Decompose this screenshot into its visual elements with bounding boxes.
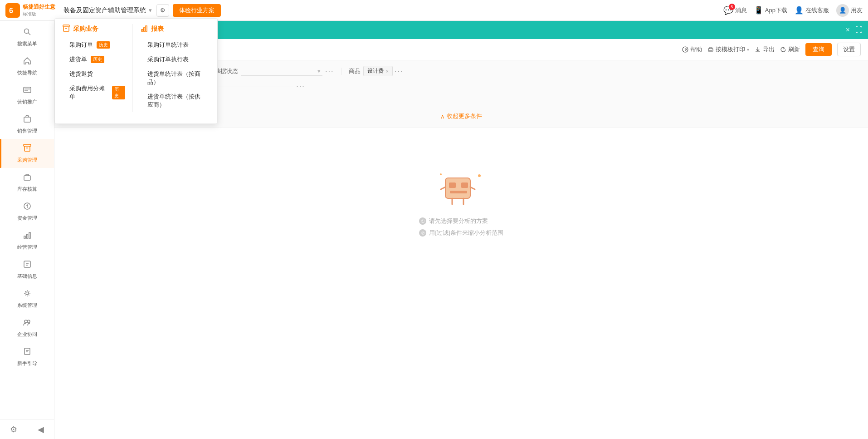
report-goods-by-supplier[interactable]: 进货单统计表（按供应商） xyxy=(140,89,210,112)
report-purchase-order-stat[interactable]: 采购订单统计表 xyxy=(140,38,210,52)
svg-point-27 xyxy=(440,173,442,175)
guide-icon xyxy=(23,347,32,358)
goods-tag-close-button[interactable]: × xyxy=(385,69,388,74)
sidebar-item-system[interactable]: 系统管理 xyxy=(0,284,54,313)
sidebar-item-finance[interactable]: 资金管理 xyxy=(0,197,54,226)
online-service-label: 在线客服 xyxy=(805,6,829,15)
filter-bill-status: 单据状态 ▾ ··· xyxy=(215,67,334,76)
svg-rect-29 xyxy=(141,30,143,31)
report-goods-by-supplier-label: 进货单统计表（按供应商） xyxy=(147,93,200,108)
sidebar-item-search[interactable]: 搜索菜单 xyxy=(0,23,54,52)
query-button[interactable]: 查询 xyxy=(805,43,832,56)
tab-close-all-button[interactable]: × xyxy=(844,26,852,34)
print-template-button[interactable]: 按模板打印 ▾ xyxy=(707,45,749,54)
goods-return-item[interactable]: 进货退货 xyxy=(62,67,132,81)
sidebar-label-inventory: 库存核算 xyxy=(17,186,37,192)
svg-rect-17 xyxy=(708,49,713,51)
sidebar-item-enterprise[interactable]: 企业协同 xyxy=(0,313,54,342)
collapse-label: 收起更多条件 xyxy=(447,112,482,120)
user-avatar: 👤 xyxy=(836,4,849,17)
sidebar-label-enterprise: 企业协同 xyxy=(17,331,37,338)
industry-solution-button[interactable]: 体验行业方案 xyxy=(173,4,221,17)
salesperson-more-button[interactable]: ··· xyxy=(296,82,305,90)
sidebar-item-basic[interactable]: 基础信息 xyxy=(0,255,54,284)
export-label: 导出 xyxy=(763,45,775,54)
header-settings-button[interactable]: ⚙ xyxy=(156,4,169,17)
inventory-icon xyxy=(23,173,32,184)
sidebar-bottom: ⚙ ◀ xyxy=(0,419,54,439)
sidebar-label-system: 系统管理 xyxy=(17,302,37,309)
tab-fullscreen-button[interactable]: ⛶ xyxy=(853,26,864,34)
sidebar-item-guide[interactable]: 新手引导 xyxy=(0,342,54,371)
bill-status-dropdown-icon: ▾ xyxy=(317,68,321,74)
sidebar-item-quick-nav[interactable]: 快捷导航 xyxy=(0,52,54,81)
sidebar-collapse-button[interactable]: ◀ xyxy=(38,424,44,434)
report-purchase-order-exec[interactable]: 采购订单执行表 xyxy=(140,52,210,67)
goods-label: 商品 xyxy=(349,67,361,75)
filter-goods: 商品 设计费 × ··· xyxy=(349,66,403,76)
sidebar-item-sales[interactable]: 销售管理 xyxy=(0,110,54,139)
svg-rect-31 xyxy=(146,26,147,31)
svg-rect-20 xyxy=(461,183,468,188)
report-col-label: 报表 xyxy=(151,25,164,33)
svg-point-13 xyxy=(24,320,27,323)
basic-icon xyxy=(23,260,32,271)
print-dropdown-icon[interactable]: ▾ xyxy=(747,47,749,52)
sidebar-item-inventory[interactable]: 库存核算 xyxy=(0,168,54,197)
logo-area: 6 畅捷通好生意 标准版 xyxy=(5,3,60,18)
tip1-text: 请先选择要分析的方案 xyxy=(429,217,488,225)
sidebar-item-purchase[interactable]: 采购管理 xyxy=(0,139,54,168)
sidebar-label-basic: 基础信息 xyxy=(17,273,37,280)
svg-rect-30 xyxy=(143,28,145,31)
online-service-button[interactable]: 👤 在线客服 xyxy=(795,6,829,15)
tip1-num: ① xyxy=(419,217,426,225)
sidebar-label-finance: 资金管理 xyxy=(17,215,37,222)
sidebar-label-operation: 经营管理 xyxy=(17,244,37,251)
home-icon xyxy=(23,56,32,68)
export-button[interactable]: 导出 xyxy=(755,45,775,54)
user-menu-button[interactable]: 👤 用友 xyxy=(836,4,863,17)
operation-icon xyxy=(23,231,32,242)
refresh-label: 刷新 xyxy=(788,45,800,54)
goods-receipt-history-badge[interactable]: 历史 xyxy=(91,56,104,63)
empty-tips: ① 请先选择要分析的方案 ② 用[过滤]条件来缩小分析范围 xyxy=(419,215,503,239)
svg-line-22 xyxy=(441,187,445,189)
sidebar-label-quick-nav: 快捷导航 xyxy=(17,69,37,76)
report-goods-by-product[interactable]: 进货单统计表（按商品） xyxy=(140,67,210,89)
enterprise-icon xyxy=(23,318,32,329)
bill-status-more-button[interactable]: ··· xyxy=(325,67,334,75)
logo-icon: 6 xyxy=(5,3,20,18)
bill-status-value[interactable]: ▾ xyxy=(241,67,322,76)
refresh-button[interactable]: 刷新 xyxy=(780,45,800,54)
svg-rect-28 xyxy=(63,25,69,27)
dropdown-arrow-icon[interactable]: ▾ xyxy=(149,7,152,14)
empty-illustration xyxy=(434,164,488,210)
help-button[interactable]: 帮助 xyxy=(682,45,702,54)
app-download-button[interactable]: 📱 App下载 xyxy=(754,6,787,15)
goods-receipt-item[interactable]: 进货单 历史 xyxy=(62,52,132,67)
svg-rect-9 xyxy=(26,234,28,238)
purchase-icon xyxy=(23,143,32,155)
goods-more-button[interactable]: ··· xyxy=(395,67,403,75)
purchase-order-item[interactable]: 采购订单 历史 xyxy=(62,38,132,52)
svg-point-14 xyxy=(27,320,30,323)
sidebar-item-marketing[interactable]: 营销推广 xyxy=(0,81,54,110)
purchase-order-history-badge[interactable]: 历史 xyxy=(97,41,110,49)
svg-point-12 xyxy=(26,292,29,295)
purchase-expense-item[interactable]: 采购费用分摊单 历史 xyxy=(62,81,132,104)
active-indicator xyxy=(0,139,1,168)
purchase-col: 采购业务 采购订单 历史 进货单 历史 进货退货 采购费用分摊单 历史 xyxy=(62,24,132,112)
purchase-expense-history-badge[interactable]: 历史 xyxy=(112,86,125,99)
report-col-title: 报表 xyxy=(140,24,210,34)
settings-button[interactable]: 设置 xyxy=(837,43,861,56)
sidebar-item-operation[interactable]: 经营管理 xyxy=(0,226,54,255)
svg-rect-3 xyxy=(24,87,31,93)
collapse-arrow-icon: ∧ xyxy=(440,113,445,120)
message-button[interactable]: 💬 5 消息 xyxy=(723,5,747,15)
tip2-num: ② xyxy=(419,229,426,237)
sidebar-settings-button[interactable]: ⚙ xyxy=(10,424,17,434)
sales-icon xyxy=(23,114,32,126)
svg-rect-6 xyxy=(24,176,30,180)
goods-return-label: 进货退货 xyxy=(69,70,93,78)
collapse-button[interactable]: ∧ 收起更多条件 xyxy=(440,110,482,122)
